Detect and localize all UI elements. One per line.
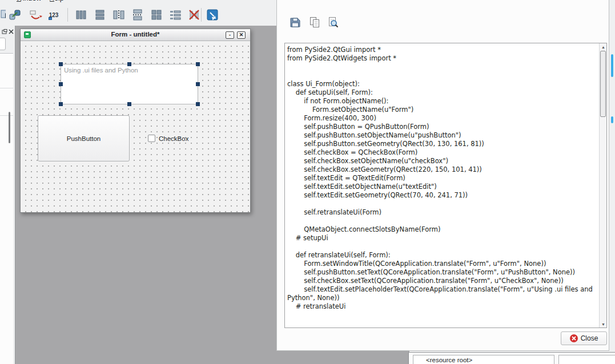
textedit-widget[interactable]: Using .ui files and Python: [61, 64, 198, 104]
selection-handle[interactable]: [196, 102, 200, 106]
resource-browser-panel: <resource root>: [408, 352, 615, 364]
qt-designer-main-window: Window Help 123: [0, 0, 615, 364]
form-minimize-button[interactable]: -: [226, 31, 234, 39]
layout-vertical-splitter-glyph: [131, 8, 144, 22]
checkbox-box[interactable]: [148, 135, 155, 142]
close-icon: [9, 29, 14, 34]
layout-grid-glyph: [150, 8, 163, 22]
layout-vertical-splitter-icon[interactable]: [131, 8, 144, 22]
form-editor-window: Form - untitled* - ✕ Using .ui files and…: [20, 29, 251, 213]
layout-form-glyph: [168, 8, 182, 22]
form-toolbar: 123: [0, 3, 276, 26]
widget-box-panel-sliver: [0, 26, 15, 364]
float-icon: [2, 29, 7, 35]
layout-vertically-glyph: [93, 8, 107, 22]
toolbar-separator: [201, 8, 202, 22]
textedit-placeholder: Using .ui files and Python: [64, 67, 138, 74]
adjust-size-icon[interactable]: [206, 8, 219, 22]
break-layout-icon[interactable]: [187, 8, 201, 22]
edit-tab-order-icon[interactable]: 123: [47, 8, 61, 22]
generated-python-code[interactable]: from PySide2.QtGui import * from PySide2…: [285, 43, 599, 327]
layout-horizontally-icon[interactable]: [74, 8, 88, 22]
layout-horizontal-splitter-glyph: [112, 8, 126, 22]
selection-handle[interactable]: [59, 62, 63, 66]
scroll-down-icon[interactable]: ▼: [600, 321, 607, 327]
tab-order-mark: [49, 17, 52, 20]
edit-widgets-icon[interactable]: [0, 8, 6, 22]
code-view[interactable]: from PySide2.QtGui import * from PySide2…: [284, 43, 607, 328]
form-close-button[interactable]: ✕: [237, 31, 246, 39]
close-dialog-button[interactable]: Close: [561, 331, 607, 345]
dock-close-button[interactable]: [8, 29, 14, 35]
selection-handle[interactable]: [127, 102, 131, 106]
selection-handle[interactable]: [196, 62, 200, 66]
form-canvas[interactable]: Using .ui files and Python PushButton Ch…: [21, 41, 250, 212]
widget-box-list[interactable]: [0, 53, 13, 364]
close-button-label: Close: [581, 334, 598, 342]
resource-root-item[interactable]: <resource root>: [413, 355, 554, 364]
widget-filter-input[interactable]: [0, 38, 6, 50]
toolbar-separator: [67, 8, 68, 22]
form-window-title: Form - untitled*: [21, 31, 250, 38]
form-window-titlebar[interactable]: Form - untitled* - ✕: [21, 29, 250, 41]
edit-widgets-glyph: [0, 8, 6, 22]
copy-button[interactable]: [308, 15, 321, 29]
scrollbar-handle[interactable]: [600, 51, 606, 117]
scroll-up-icon[interactable]: ▲: [600, 43, 607, 50]
save-button[interactable]: [288, 15, 302, 29]
layout-vertically-icon[interactable]: [93, 8, 107, 22]
find-button[interactable]: [326, 15, 340, 29]
menu-window[interactable]: Window: [16, 0, 41, 2]
copy-icon: [308, 16, 321, 29]
checkbox-label: CheckBox: [159, 135, 188, 142]
list-divider: [0, 115, 13, 116]
layout-horizontally-glyph: [74, 8, 88, 22]
resource-detail-pane[interactable]: [558, 355, 615, 364]
edit-buddies-glyph: [29, 8, 42, 22]
find-icon: [327, 16, 339, 29]
break-layout-glyph: [187, 8, 201, 22]
close-red-icon: [570, 334, 578, 342]
selection-handle[interactable]: [59, 102, 63, 106]
save-icon: [289, 16, 302, 29]
dock-scrollbar-handle[interactable]: [611, 116, 613, 123]
right-dock-edge: [610, 0, 615, 364]
edit-signals-slots-glyph: [8, 8, 22, 22]
layout-form-icon[interactable]: [168, 8, 182, 22]
pushbutton-widget[interactable]: PushButton: [38, 115, 130, 161]
code-scrollbar[interactable]: ▲ ▼: [599, 43, 606, 327]
edit-buddies-icon[interactable]: [29, 8, 42, 22]
selection-handle[interactable]: [59, 82, 63, 86]
layout-grid-icon[interactable]: [150, 8, 163, 22]
dock-float-button[interactable]: [1, 29, 7, 35]
dock-scrollbar-handle[interactable]: [611, 54, 613, 77]
layout-horizontal-splitter-icon[interactable]: [112, 8, 126, 22]
menu-help[interactable]: Help: [49, 0, 64, 2]
selection-handle[interactable]: [127, 62, 131, 66]
checkbox-widget[interactable]: CheckBox: [146, 127, 204, 150]
adjust-size-glyph: [206, 8, 219, 22]
list-divider: [0, 88, 13, 88]
code-preview-dialog: from PySide2.QtGui import * from PySide2…: [276, 0, 609, 351]
list-scrollbar[interactable]: [9, 112, 10, 143]
edit-signals-slots-icon[interactable]: [8, 8, 22, 22]
selection-handle[interactable]: [196, 82, 200, 86]
